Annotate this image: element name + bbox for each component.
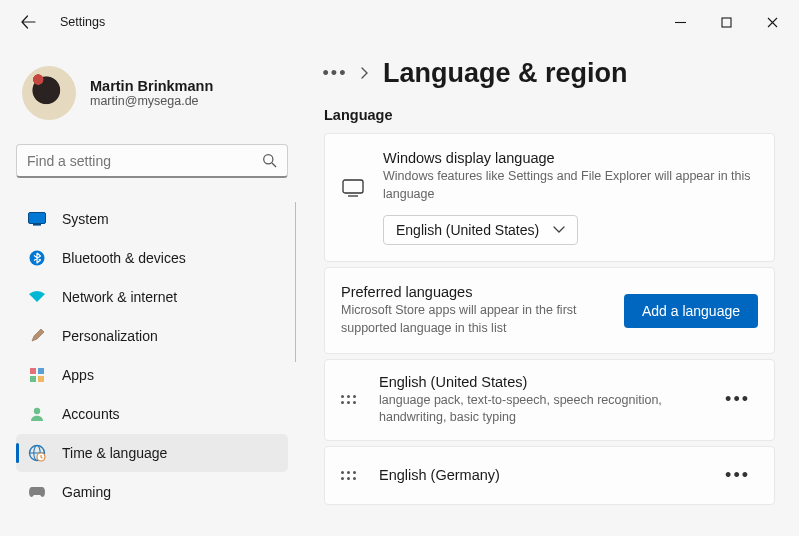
- scroll-indicator: [295, 202, 296, 362]
- svg-rect-2: [29, 213, 46, 224]
- globe-clock-icon: [28, 444, 46, 462]
- window-controls: [657, 2, 795, 42]
- sidebar-item-apps[interactable]: Apps: [16, 356, 288, 394]
- svg-point-1: [264, 155, 273, 164]
- minimize-icon: [675, 17, 686, 28]
- svg-rect-0: [722, 18, 731, 27]
- nav-label: Time & language: [62, 445, 167, 461]
- svg-rect-6: [38, 368, 44, 374]
- page-title: Language & region: [383, 58, 628, 89]
- nav-label: System: [62, 211, 109, 227]
- svg-rect-5: [30, 368, 36, 374]
- svg-rect-13: [343, 180, 363, 193]
- preferred-sub: Microsoft Store apps will appear in the …: [341, 302, 624, 337]
- nav-label: Accounts: [62, 406, 120, 422]
- close-icon: [767, 17, 778, 28]
- arrow-left-icon: [20, 14, 36, 30]
- language-name: English (Germany): [379, 467, 697, 483]
- titlebar: Settings: [0, 0, 799, 44]
- search-input[interactable]: [27, 153, 262, 169]
- nav-label: Network & internet: [62, 289, 177, 305]
- drag-handle-icon[interactable]: [341, 391, 359, 409]
- chevron-down-icon: [553, 226, 565, 234]
- svg-rect-8: [38, 376, 44, 382]
- sidebar-item-gaming[interactable]: Gaming: [16, 473, 288, 511]
- sidebar: Martin Brinkmann martin@mysega.de System…: [0, 44, 304, 536]
- language-features: language pack, text-to-speech, speech re…: [379, 392, 697, 426]
- bluetooth-icon: [28, 249, 46, 267]
- language-item-en-de[interactable]: English (Germany) •••: [324, 446, 775, 505]
- sidebar-item-network[interactable]: Network & internet: [16, 278, 288, 316]
- window-title: Settings: [60, 15, 105, 29]
- main-content: ••• Language & region Language Windows d…: [304, 44, 799, 536]
- display-language-sub: Windows features like Settings and File …: [383, 168, 758, 203]
- close-button[interactable]: [749, 2, 795, 42]
- breadcrumb: ••• Language & region: [324, 58, 775, 89]
- display-language-card: Windows display language Windows feature…: [324, 133, 775, 262]
- profile-name: Martin Brinkmann: [90, 78, 213, 94]
- nav-label: Personalization: [62, 328, 158, 344]
- nav-label: Bluetooth & devices: [62, 250, 186, 266]
- display-language-title: Windows display language: [383, 150, 758, 166]
- language-item-en-us[interactable]: English (United States) language pack, t…: [324, 359, 775, 441]
- nav-list: System Bluetooth & devices Network & int…: [16, 200, 288, 511]
- profile-email: martin@mysega.de: [90, 94, 213, 108]
- svg-rect-3: [33, 224, 41, 226]
- add-language-button[interactable]: Add a language: [624, 294, 758, 328]
- language-more-button[interactable]: •••: [717, 385, 758, 414]
- search-box[interactable]: [16, 144, 288, 178]
- sidebar-item-accounts[interactable]: Accounts: [16, 395, 288, 433]
- language-more-button[interactable]: •••: [717, 461, 758, 490]
- avatar: [22, 66, 76, 120]
- maximize-icon: [721, 17, 732, 28]
- chevron-right-icon: [360, 66, 369, 82]
- nav-label: Gaming: [62, 484, 111, 500]
- drag-handle-icon[interactable]: [341, 466, 359, 484]
- breadcrumb-more[interactable]: •••: [324, 63, 346, 84]
- search-icon: [262, 153, 277, 168]
- preferred-title: Preferred languages: [341, 284, 624, 300]
- preferred-languages-card: Preferred languages Microsoft Store apps…: [324, 267, 775, 354]
- display-icon: [341, 176, 365, 200]
- language-name: English (United States): [379, 374, 697, 390]
- profile-block[interactable]: Martin Brinkmann martin@mysega.de: [22, 66, 288, 120]
- wifi-icon: [28, 288, 46, 306]
- dropdown-value: English (United States): [396, 222, 539, 238]
- display-language-dropdown[interactable]: English (United States): [383, 215, 578, 245]
- minimize-button[interactable]: [657, 2, 703, 42]
- nav-label: Apps: [62, 367, 94, 383]
- svg-point-9: [34, 408, 40, 414]
- apps-icon: [28, 366, 46, 384]
- sidebar-item-bluetooth[interactable]: Bluetooth & devices: [16, 239, 288, 277]
- back-button[interactable]: [8, 2, 48, 42]
- maximize-button[interactable]: [703, 2, 749, 42]
- sidebar-item-time-language[interactable]: Time & language: [16, 434, 288, 472]
- section-header-language: Language: [324, 107, 775, 123]
- gamepad-icon: [28, 483, 46, 501]
- person-icon: [28, 405, 46, 423]
- brush-icon: [28, 327, 46, 345]
- svg-rect-7: [30, 376, 36, 382]
- sidebar-item-personalization[interactable]: Personalization: [16, 317, 288, 355]
- sidebar-item-system[interactable]: System: [16, 200, 288, 238]
- monitor-icon: [28, 210, 46, 228]
